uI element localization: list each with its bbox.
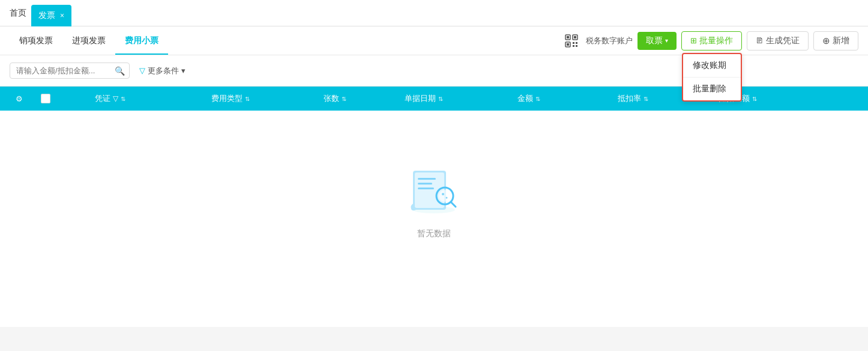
th-deduct-rate-label: 抵扣率 bbox=[618, 93, 641, 104]
top-nav: 首页 发票 × bbox=[0, 0, 868, 26]
svg-point-20 bbox=[446, 197, 448, 199]
th-voucher: 凭证 ▽ ⇅ bbox=[58, 93, 162, 104]
th-checkbox[interactable] bbox=[34, 94, 58, 103]
tab-sales[interactable]: 销项发票 bbox=[10, 26, 62, 55]
th-count-sort-icon[interactable]: ⇅ bbox=[342, 96, 346, 102]
svg-line-18 bbox=[451, 202, 456, 207]
sub-tab-bar: 销项发票 进项发票 费用小票 税务数字账户 bbox=[0, 26, 868, 55]
plus-icon: ⊕ bbox=[822, 35, 830, 46]
voucher-icon: 🖹 bbox=[756, 36, 764, 45]
svg-rect-3 bbox=[574, 36, 576, 38]
th-voucher-sort-icon[interactable]: ⇅ bbox=[121, 96, 125, 102]
th-amount-label: 金额 bbox=[517, 93, 533, 104]
empty-state: 暂无数据 bbox=[0, 111, 868, 263]
invoice-tab[interactable]: 发票 × bbox=[31, 5, 71, 26]
svg-rect-5 bbox=[567, 43, 569, 46]
settings-icon: ⚙ bbox=[16, 94, 23, 103]
th-date-sort-icon[interactable]: ⇅ bbox=[438, 96, 443, 102]
more-filter-button[interactable]: ▽ 更多条件 ▾ bbox=[139, 66, 185, 76]
search-input[interactable] bbox=[10, 63, 130, 79]
invoice-tab-label: 发票 bbox=[38, 10, 55, 21]
home-link[interactable]: 首页 bbox=[10, 8, 26, 19]
th-voucher-filter-icon[interactable]: ▽ bbox=[113, 94, 118, 103]
more-filter-label: 更多条件 bbox=[148, 66, 179, 76]
main-content: ⚙ 凭证 ▽ ⇅ 费用类型 ⇅ 张数 ⇅ 单据日期 ⇅ 金额 ⇅ 抵扣率 ⇅ bbox=[0, 87, 868, 327]
empty-text: 暂无数据 bbox=[417, 228, 451, 239]
th-amount-sort-icon[interactable]: ⇅ bbox=[535, 96, 540, 102]
modify-period-item[interactable]: 修改账期 bbox=[683, 54, 741, 77]
svg-rect-1 bbox=[567, 36, 569, 38]
th-count: 张数 ⇅ bbox=[298, 93, 372, 104]
th-voucher-label: 凭证 bbox=[95, 93, 110, 104]
svg-rect-7 bbox=[576, 42, 577, 44]
filter-icon: ▽ bbox=[139, 66, 145, 75]
generate-voucher-label: 生成凭证 bbox=[766, 35, 800, 46]
th-expense-type-label: 费用类型 bbox=[211, 93, 243, 104]
svg-rect-15 bbox=[418, 188, 434, 189]
th-amount: 金额 ⇅ bbox=[476, 93, 580, 104]
svg-point-19 bbox=[442, 193, 444, 195]
search-wrap: 🔍 bbox=[10, 63, 130, 79]
th-date-label: 单据日期 bbox=[405, 93, 436, 104]
svg-rect-6 bbox=[573, 42, 574, 44]
batch-op-label: 批量操作 bbox=[699, 35, 733, 46]
sub-tabs: 销项发票 进项发票 费用小票 bbox=[10, 26, 168, 55]
svg-rect-9 bbox=[576, 45, 577, 47]
svg-rect-14 bbox=[418, 183, 432, 185]
svg-point-17 bbox=[439, 190, 451, 202]
batch-op-dropdown: 修改账期 批量删除 bbox=[682, 53, 742, 102]
search-icon[interactable]: 🔍 bbox=[115, 66, 125, 76]
th-deduct-rate: 抵扣率 ⇅ bbox=[581, 93, 686, 104]
batch-op-button[interactable]: ⊞ 批量操作 bbox=[681, 31, 742, 50]
batch-op-container: ⊞ 批量操作 修改账期 批量删除 bbox=[681, 31, 742, 50]
th-date: 单据日期 ⇅ bbox=[372, 93, 476, 104]
th-expense-type: 费用类型 ⇅ bbox=[162, 93, 298, 104]
svg-rect-13 bbox=[418, 178, 436, 180]
empty-illustration bbox=[398, 159, 470, 219]
th-deduct-rate-sort-icon[interactable]: ⇅ bbox=[643, 96, 648, 102]
generate-voucher-button[interactable]: 🖹 生成凭证 bbox=[747, 31, 809, 50]
take-ticket-button[interactable]: 取票 ▾ bbox=[637, 32, 677, 50]
tab-expense[interactable]: 费用小票 bbox=[115, 26, 168, 55]
close-tab-icon[interactable]: × bbox=[60, 11, 64, 20]
take-ticket-label: 取票 bbox=[646, 35, 663, 46]
new-button[interactable]: ⊕ 新增 bbox=[813, 31, 858, 50]
new-label: 新增 bbox=[833, 35, 849, 46]
select-all-checkbox[interactable] bbox=[41, 94, 50, 103]
th-settings[interactable]: ⚙ bbox=[5, 94, 34, 103]
take-chevron-icon: ▾ bbox=[665, 37, 668, 44]
qr-icon-button[interactable] bbox=[562, 31, 581, 50]
batch-op-icon: ⊞ bbox=[690, 36, 697, 45]
th-deduct-amount-sort-icon[interactable]: ⇅ bbox=[752, 96, 757, 102]
toolbar: 税务数字账户 取票 ▾ ⊞ 批量操作 修改账期 批量删除 🖹 生成凭证 ⊕ bbox=[562, 31, 858, 50]
more-filter-chevron: ▾ bbox=[181, 66, 185, 75]
th-count-label: 张数 bbox=[324, 93, 339, 104]
th-expense-type-sort-icon[interactable]: ⇅ bbox=[245, 96, 250, 102]
svg-rect-8 bbox=[573, 45, 574, 47]
batch-delete-item[interactable]: 批量删除 bbox=[683, 77, 741, 100]
tax-digital-account[interactable]: 税务数字账户 bbox=[586, 35, 633, 46]
tab-purchase[interactable]: 进项发票 bbox=[62, 26, 115, 55]
